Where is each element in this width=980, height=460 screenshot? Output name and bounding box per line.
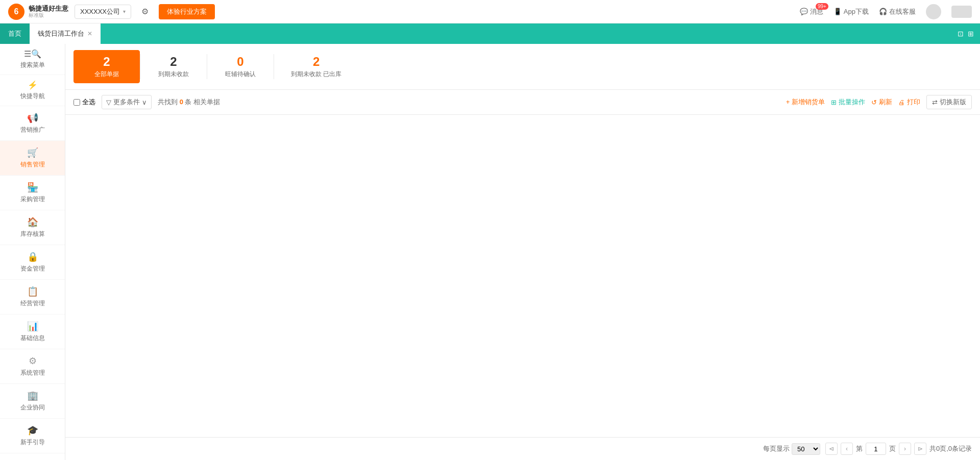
- top-header: 6 畅捷通好生意 标准版 XXXXXX公司 ▾ ⚙ 体验行业方案 💬 消息 99…: [0, 0, 980, 23]
- nav-icon: ⚡: [28, 80, 38, 90]
- stat-overdue[interactable]: 2 到期未收款: [140, 50, 207, 83]
- close-tab-icon[interactable]: ✕: [87, 30, 92, 37]
- search-icon: ☰🔍: [24, 49, 41, 59]
- sidebar-sales-label: 销售管理: [20, 160, 45, 169]
- app-download-action[interactable]: 📱 App下载: [834, 7, 869, 16]
- sidebar-finance-label: 资金管理: [20, 264, 45, 273]
- sidebar-basic-info-label: 基础信息: [20, 334, 45, 343]
- system-icon: ⚙: [29, 355, 37, 367]
- sidebar-item-finance[interactable]: 🔒 资金管理: [0, 245, 65, 280]
- pagination: ⊲ ‹ 第 页 › ⊳ 共0页,0条记录: [825, 443, 972, 455]
- stat-shipped[interactable]: 2 到期未收款 已出库: [274, 50, 358, 83]
- refresh-button[interactable]: ↺ 刷新: [871, 98, 892, 107]
- experience-button[interactable]: 体验行业方案: [159, 4, 215, 19]
- content-body: [65, 115, 980, 437]
- logo-icon: 6: [8, 4, 24, 20]
- print-button[interactable]: 🖨 打印: [898, 98, 920, 107]
- marketing-icon: 📢: [27, 112, 38, 124]
- switch-icon: ⇄: [932, 99, 938, 106]
- batch-operation-button[interactable]: ⊞ 批量操作: [831, 98, 865, 107]
- operations-icon: 📋: [27, 286, 38, 297]
- user-menu[interactable]: [951, 6, 972, 18]
- select-all-label: 全选: [82, 98, 95, 107]
- page-suffix: 页: [889, 444, 896, 453]
- found-text: 共找到 0 条 相关单据: [158, 98, 220, 107]
- stat-shipped-number: 2: [313, 55, 320, 69]
- filter-chevron-icon: ∨: [142, 99, 147, 106]
- page-number-input[interactable]: [866, 443, 886, 455]
- next-page-button[interactable]: ›: [899, 443, 911, 455]
- purchase-icon: 🏪: [27, 182, 38, 193]
- stat-shipped-label: 到期未收款 已出库: [291, 70, 341, 79]
- enterprise-icon: 🏢: [27, 390, 38, 401]
- toolbar: 全选 ▽ 更多条件 ∨ 共找到 0 条 相关单据 + 新增销货单: [65, 90, 980, 115]
- message-action[interactable]: 💬 消息 99+: [800, 7, 823, 16]
- sidebar-system-label: 系统管理: [20, 369, 45, 377]
- refresh-icon: ↺: [871, 99, 877, 106]
- sidebar-item-enterprise[interactable]: 🏢 企业协同: [0, 384, 65, 419]
- last-page-button[interactable]: ⊳: [914, 443, 926, 455]
- sidebar-item-beginner[interactable]: 🎓 新手引导: [0, 419, 65, 453]
- online-service-label: 在线客服: [889, 7, 916, 16]
- prev-page-button[interactable]: ‹: [841, 443, 853, 455]
- main-layout: ☰🔍 搜索菜单 ⚡ 快捷导航 📢 营销推广 🛒 销售管理 🏪 采购管理 🏠 库存…: [0, 44, 980, 460]
- stat-overdue-label: 到期未收款: [158, 70, 189, 79]
- sidebar-item-basic-info[interactable]: 📊 基础信息: [0, 314, 65, 349]
- beginner-icon: 🎓: [27, 425, 38, 436]
- minimize-icon[interactable]: ⊡: [958, 30, 964, 38]
- add-sales-order-button[interactable]: + 新增销货单: [784, 98, 825, 107]
- sidebar-operations-label: 经营管理: [20, 299, 45, 308]
- stat-overdue-number: 2: [170, 55, 177, 69]
- chevron-down-icon: ▾: [123, 9, 126, 14]
- stats-bar: 2 全部单据 2 到期未收款 0 旺辅待确认 2 到期未收款 已出库: [65, 44, 980, 90]
- content-area: 2 全部单据 2 到期未收款 0 旺辅待确认 2 到期未收款 已出库: [65, 44, 980, 460]
- select-all-checkbox[interactable]: 全选: [74, 98, 95, 107]
- switch-label: 切换新版: [940, 98, 966, 107]
- message-badge: 99+: [816, 3, 828, 10]
- filter-button[interactable]: ▽ 更多条件 ∨: [102, 95, 152, 109]
- company-selector[interactable]: XXXXXX公司 ▾: [75, 5, 131, 19]
- maximize-icon[interactable]: ⊞: [968, 30, 974, 38]
- print-icon: 🖨: [898, 99, 905, 106]
- stat-all-number: 2: [103, 55, 110, 69]
- sidebar-item-operations[interactable]: 📋 经营管理: [0, 280, 65, 314]
- sidebar-search[interactable]: ☰🔍 搜索菜单: [0, 44, 65, 75]
- filter-label: 更多条件: [113, 98, 140, 107]
- home-tab-label: 首页: [8, 29, 21, 38]
- sidebar-marketing-label: 营销推广: [20, 126, 45, 134]
- stat-pending[interactable]: 0 旺辅待确认: [207, 50, 274, 83]
- select-all-input[interactable]: [74, 99, 80, 106]
- nav-label: 快捷导航: [20, 92, 45, 101]
- toolbar-left: 全选 ▽ 更多条件 ∨ 共找到 0 条 相关单据: [74, 95, 220, 109]
- app-download-label: App下载: [844, 7, 869, 16]
- toolbar-right: + 新增销货单 ⊞ 批量操作 ↺ 刷新 🖨 打印 ⇄ 切换新版: [784, 95, 972, 109]
- sidebar-item-app-center[interactable]: 📦 应用中心: [0, 453, 65, 460]
- avatar[interactable]: [926, 4, 941, 19]
- stat-pending-number: 0: [237, 55, 243, 69]
- inventory-icon: 🏠: [27, 216, 38, 228]
- switch-version-button[interactable]: ⇄ 切换新版: [926, 95, 972, 109]
- sidebar-item-inventory[interactable]: 🏠 库存核算: [0, 210, 65, 245]
- tab-cash-ledger[interactable]: 钱货日清工作台 ✕: [30, 23, 101, 44]
- phone-icon: 📱: [834, 8, 842, 15]
- footer-bar: 每页显示 50 100 200 ⊲ ‹ 第 页 › ⊳ 共0页,0条记录: [65, 437, 980, 460]
- sidebar-item-sales[interactable]: 🛒 销售管理: [0, 141, 65, 176]
- first-page-button[interactable]: ⊲: [825, 443, 838, 455]
- sidebar-beginner-label: 新手引导: [20, 438, 45, 447]
- online-service-action[interactable]: 🎧 在线客服: [879, 7, 916, 16]
- sidebar-quick-nav[interactable]: ⚡ 快捷导航: [0, 75, 65, 106]
- settings-icon[interactable]: ⚙: [137, 4, 153, 19]
- logo-title: 畅捷通好生意: [29, 5, 68, 13]
- nav-tabs: 首页 钱货日清工作台 ✕ ⊡ ⊞: [0, 23, 980, 44]
- service-icon: 🎧: [879, 8, 887, 15]
- message-icon: 💬: [800, 8, 808, 15]
- tab-home[interactable]: 首页: [0, 23, 30, 44]
- sidebar-item-purchase[interactable]: 🏪 采购管理: [0, 176, 65, 210]
- basic-info-icon: 📊: [27, 321, 38, 332]
- per-page-select[interactable]: 50 100 200: [792, 443, 820, 455]
- sidebar-item-system[interactable]: ⚙ 系统管理: [0, 349, 65, 384]
- stat-all[interactable]: 2 全部单据: [74, 50, 140, 83]
- sidebar-item-marketing[interactable]: 📢 营销推广: [0, 106, 65, 141]
- cash-ledger-tab-label: 钱货日清工作台: [38, 29, 84, 38]
- sidebar-enterprise-label: 企业协同: [20, 403, 45, 412]
